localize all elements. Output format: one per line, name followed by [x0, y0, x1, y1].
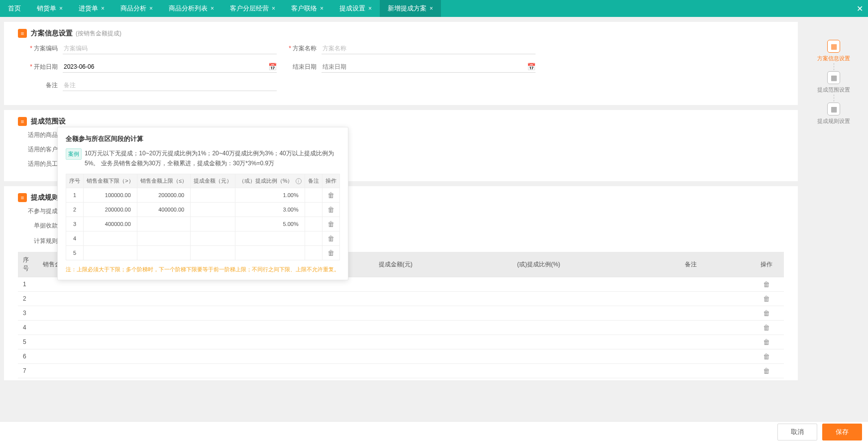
footer-bar: 取消 保存	[0, 421, 868, 442]
tooltip-row: 2200000.00400000.003.00%🗑	[66, 202, 340, 217]
close-icon[interactable]: ×	[211, 5, 214, 12]
delete-icon[interactable]: 🗑	[327, 234, 334, 242]
label-receipt: 单据收款	[18, 221, 63, 230]
delete-icon[interactable]: 🗑	[763, 352, 770, 360]
close-icon[interactable]: ×	[59, 5, 63, 12]
close-icon[interactable]: ×	[320, 5, 324, 12]
calc-rule-tooltip: 全额参与所在区间段的计算 案例 10万元以下无提成；10~20万元提成比例为1%…	[57, 127, 348, 280]
tooltip-th: 操作	[322, 174, 339, 188]
tooltip-tag: 案例	[66, 148, 82, 160]
delete-icon[interactable]: 🗑	[327, 249, 334, 257]
tooltip-row: 3400000.005.00%🗑	[66, 217, 340, 231]
delete-icon[interactable]: 🗑	[327, 220, 334, 228]
right-anchor-nav: ▦方案信息设置▦提成范围设置▦提成规则设置	[806, 40, 861, 125]
tooltip-th: 备注	[305, 174, 322, 188]
table-row[interactable]: 3🗑	[18, 306, 784, 321]
close-icon[interactable]: ×	[430, 5, 433, 12]
anchor-nav-item[interactable]: ▦提成范围设置	[817, 71, 850, 94]
calendar-icon[interactable]: 📅	[527, 63, 536, 71]
input-end-date[interactable]	[322, 61, 527, 72]
cancel-button[interactable]: 取消	[777, 424, 817, 441]
tooltip-th: 提成金额（元）	[191, 174, 235, 188]
tab-首页[interactable]: 首页	[0, 0, 29, 17]
label-code: 方案编码	[34, 45, 58, 52]
rules-th: (或)提成比例(%)	[512, 252, 680, 277]
input-start-date[interactable]	[63, 61, 268, 72]
table-row[interactable]: 7🗑	[18, 364, 784, 378]
label-calc-rule: 计算规则	[18, 237, 63, 245]
tab-客户分层经营[interactable]: 客户分层经营×	[222, 0, 283, 17]
close-icon[interactable]: ×	[101, 5, 105, 12]
tooltip-example-text: 10万元以下无提成；10~20万元提成比例为1%；20~40万提成比例为3%；4…	[85, 148, 340, 169]
label-scope-goods: 适用的商品	[18, 131, 63, 139]
tab-新增提成方案[interactable]: 新增提成方案×	[380, 0, 441, 17]
tab-销货单[interactable]: 销货单×	[29, 0, 71, 17]
label-name: 方案名称	[293, 45, 317, 52]
section-icon: ≡	[18, 193, 27, 202]
tooltip-row: 1100000.00200000.001.00%🗑	[66, 188, 340, 202]
label-scope-customer: 适用的客户	[18, 145, 63, 154]
tabbar-close-all[interactable]: ✕	[851, 0, 868, 17]
anchor-icon: ▦	[827, 40, 840, 53]
save-button[interactable]: 保存	[822, 424, 862, 441]
anchor-nav-item[interactable]: ▦提成规则设置	[817, 103, 850, 125]
tooltip-th: 销售金额上限（≤）	[137, 174, 190, 188]
delete-icon[interactable]: 🗑	[763, 324, 770, 332]
panel-title: 提成范围设	[31, 117, 66, 126]
tooltip-row: 5🗑	[66, 245, 340, 260]
panel-plan-info: ≡ 方案信息设置 (按销售金额提成) *方案编码 *方案名称 *开始日期	[4, 22, 798, 105]
input-plan-name[interactable]	[322, 43, 536, 54]
tab-提成设置[interactable]: 提成设置×	[331, 0, 380, 17]
table-row[interactable]: 6🗑	[18, 349, 784, 364]
input-remark[interactable]	[63, 80, 277, 91]
rules-th: 备注	[680, 252, 749, 277]
table-row[interactable]: 2🗑	[18, 292, 784, 306]
rules-th: 操作	[749, 252, 784, 277]
section-icon: ≡	[18, 117, 27, 126]
input-plan-code[interactable]	[63, 43, 277, 54]
delete-icon[interactable]: 🗑	[327, 206, 334, 214]
delete-icon[interactable]: 🗑	[763, 295, 770, 303]
tooltip-table: 序号销售金额下限（>）销售金额上限（≤）提成金额（元）（或）提成比例（%） i备…	[66, 174, 340, 260]
delete-icon[interactable]: 🗑	[763, 280, 770, 288]
label-end-date: 结束日期	[293, 63, 317, 70]
tooltip-note: 注：上限必须大于下限；多个阶梯时，下一个阶梯下限要等于前一阶梯上限；不同行之间下…	[66, 265, 340, 274]
tab-商品分析[interactable]: 商品分析×	[112, 0, 161, 17]
delete-icon[interactable]: 🗑	[763, 367, 770, 375]
panel-title: 方案信息设置	[31, 29, 73, 38]
close-icon[interactable]: ×	[149, 5, 153, 12]
close-icon[interactable]: ×	[272, 5, 275, 12]
label-start-date: 开始日期	[34, 63, 58, 70]
tooltip-row: 4🗑	[66, 231, 340, 245]
tooltip-th: （或）提成比例（%） i	[235, 174, 305, 188]
delete-icon[interactable]: 🗑	[763, 338, 770, 346]
tab-客户联络[interactable]: 客户联络×	[283, 0, 331, 17]
delete-icon[interactable]: 🗑	[327, 191, 334, 199]
label-remark: 备注	[46, 82, 58, 89]
tab-bar: 首页销货单×进货单×商品分析×商品分析列表×客户分层经营×客户联络×提成设置×新…	[0, 0, 868, 17]
panel-subtitle: (按销售金额提成)	[76, 29, 121, 38]
label-scope-staff: 适用的员工	[18, 160, 63, 168]
label-no-commission: 不参与提成	[18, 207, 63, 216]
info-icon[interactable]: i	[296, 178, 302, 184]
tab-进货单[interactable]: 进货单×	[71, 0, 112, 17]
tab-商品分析列表[interactable]: 商品分析列表×	[161, 0, 222, 17]
section-icon: ≡	[18, 29, 27, 38]
anchor-icon: ▦	[827, 71, 840, 84]
table-row[interactable]: 5🗑	[18, 335, 784, 349]
tooltip-title: 全额参与所在区间段的计算	[66, 134, 340, 143]
tooltip-th: 销售金额下限（>）	[84, 174, 137, 188]
rules-th: 提成金额(元)	[374, 252, 512, 277]
table-row[interactable]: 4🗑	[18, 321, 784, 335]
anchor-icon: ▦	[827, 103, 840, 115]
anchor-nav-item[interactable]: ▦方案信息设置	[817, 40, 850, 62]
calendar-icon[interactable]: 📅	[268, 63, 277, 71]
close-icon[interactable]: ×	[368, 5, 372, 12]
tooltip-th: 序号	[66, 174, 84, 188]
rules-th: 序号	[18, 252, 38, 277]
delete-icon[interactable]: 🗑	[763, 309, 770, 317]
